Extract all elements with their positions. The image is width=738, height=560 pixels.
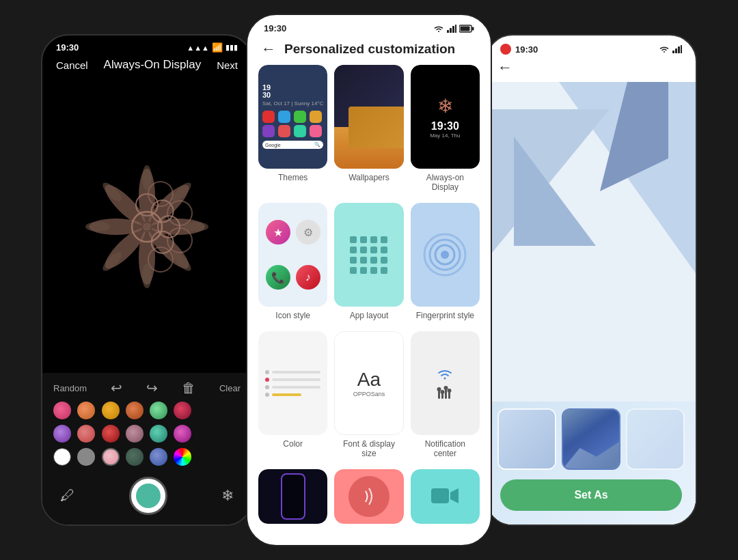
font-aa-label: Aa bbox=[357, 369, 381, 391]
right-wifi-icon bbox=[659, 45, 670, 53]
icon-circle-2: ⚙ bbox=[296, 220, 320, 244]
clear-label[interactable]: Clear bbox=[219, 383, 241, 393]
customization-grid-3: Color Aa OPPOSans Font & displaysize bbox=[258, 331, 480, 458]
color-swatch[interactable] bbox=[198, 425, 216, 443]
ringtone-card[interactable] bbox=[258, 469, 327, 524]
svg-rect-32 bbox=[461, 26, 470, 31]
color-swatch[interactable] bbox=[77, 448, 95, 466]
svg-rect-47 bbox=[672, 51, 674, 53]
color-swatch[interactable] bbox=[77, 425, 95, 443]
color-swatch[interactable] bbox=[198, 448, 216, 466]
fingerprint-rings-icon bbox=[421, 231, 469, 279]
left-phone: 19:30 ▲▲▲ 📶 ▮▮▮ Cancel Always-On Display… bbox=[41, 34, 253, 526]
app-icon bbox=[310, 111, 322, 123]
aod-thumbnail: ❄ 19:30 May 14, Thu bbox=[411, 65, 480, 169]
app-icon bbox=[278, 111, 290, 123]
color-swatch[interactable] bbox=[150, 425, 167, 443]
color-swatch[interactable] bbox=[53, 402, 71, 419]
wallpaper-sound-card[interactable] bbox=[334, 469, 403, 524]
main-content: 1930 Sat, Oct 17 | Sunny 14°C bbox=[247, 65, 491, 545]
redo-button[interactable]: ↪ bbox=[146, 380, 158, 396]
color-swatch[interactable] bbox=[53, 448, 71, 466]
app-icon bbox=[310, 125, 322, 137]
center-nav-row: ← Personalized customization bbox=[247, 38, 491, 65]
color-swatch[interactable] bbox=[126, 402, 144, 419]
aod-time: 19:30 bbox=[431, 120, 459, 132]
video-call-card[interactable] bbox=[411, 469, 480, 524]
preview-card-3[interactable] bbox=[626, 408, 685, 470]
icon-style-card[interactable]: ★ ⚙ 📞 ♪ Icon style bbox=[258, 203, 327, 320]
tools-row: Random ↩ ↪ 🗑 Clear bbox=[53, 380, 241, 396]
center-time: 19:30 bbox=[264, 23, 286, 33]
preview-card-1[interactable] bbox=[497, 408, 556, 470]
svg-rect-49 bbox=[678, 46, 680, 53]
color-swatch[interactable] bbox=[77, 402, 95, 419]
next-button[interactable]: Next bbox=[217, 59, 238, 71]
themes-thumbnail: 1930 Sat, Oct 17 | Sunny 14°C bbox=[258, 65, 327, 169]
color-swatch[interactable] bbox=[150, 402, 167, 419]
fingerprint-card[interactable]: Fingerprint style bbox=[411, 203, 480, 320]
delete-button[interactable]: 🗑 bbox=[182, 380, 195, 396]
color-swatch[interactable] bbox=[102, 425, 120, 443]
record-inner bbox=[136, 484, 161, 508]
bottom-action-row: 🖊 ❄ bbox=[53, 471, 241, 518]
font-name-label: OPPOSans bbox=[353, 391, 385, 397]
color-swatch[interactable] bbox=[126, 448, 144, 466]
font-card[interactable]: Aa OPPOSans Font & displaysize bbox=[334, 331, 403, 458]
sparkle-icon[interactable]: ❄ bbox=[221, 487, 234, 505]
signal-icon bbox=[447, 25, 456, 33]
color-swatch[interactable] bbox=[222, 448, 240, 466]
right-nav-row: ← bbox=[487, 57, 696, 82]
svg-rect-48 bbox=[675, 48, 677, 53]
svg-point-24 bbox=[85, 222, 110, 232]
center-status-icons bbox=[433, 25, 474, 33]
random-label[interactable]: Random bbox=[53, 383, 87, 393]
left-status-bar: 19:30 ▲▲▲ 📶 ▮▮▮ bbox=[42, 36, 251, 55]
brush-icon[interactable]: 🖊 bbox=[60, 487, 75, 505]
wallpaper-sound-thumbnail bbox=[334, 469, 403, 524]
themes-label: Themes bbox=[258, 173, 327, 182]
left-status-icons: ▲▲▲ 📶 ▮▮▮ bbox=[187, 42, 238, 53]
svg-point-20 bbox=[184, 222, 208, 232]
color-swatch[interactable] bbox=[198, 402, 216, 419]
svg-rect-50 bbox=[681, 45, 682, 53]
cancel-button[interactable]: Cancel bbox=[56, 59, 88, 71]
color-swatch[interactable] bbox=[102, 402, 120, 419]
aod-card[interactable]: ❄ 19:30 May 14, Thu Always-onDisplay bbox=[411, 65, 480, 192]
color-swatch[interactable] bbox=[222, 425, 240, 443]
app-layout-card[interactable]: App layout bbox=[334, 203, 403, 320]
color-swatch[interactable] bbox=[174, 425, 191, 443]
notification-label: Notificationcenter bbox=[411, 439, 480, 458]
color-swatch[interactable] bbox=[53, 425, 71, 443]
right-time: 19:30 bbox=[515, 44, 538, 55]
svg-rect-31 bbox=[472, 27, 474, 30]
ringtone-thumbnail bbox=[258, 469, 327, 524]
notification-card[interactable]: Notificationcenter bbox=[411, 331, 480, 458]
color-swatch[interactable] bbox=[222, 402, 240, 419]
camera-icon bbox=[500, 44, 511, 55]
right-back-button[interactable]: ← bbox=[497, 59, 512, 76]
undo-button[interactable]: ↩ bbox=[111, 380, 122, 396]
back-button[interactable]: ← bbox=[261, 40, 276, 58]
right-status-bar: 19:30 bbox=[487, 36, 696, 57]
color-swatch[interactable] bbox=[174, 448, 191, 466]
set-as-button[interactable]: Set As bbox=[500, 479, 682, 511]
left-screen-title: Always-On Display bbox=[104, 58, 202, 72]
canvas-area bbox=[42, 80, 251, 373]
app-icon bbox=[294, 125, 306, 137]
page-title: Personalized customization bbox=[284, 42, 455, 57]
color-swatch[interactable] bbox=[102, 448, 120, 466]
color-card[interactable]: Color bbox=[258, 331, 327, 458]
svg-point-44 bbox=[448, 389, 452, 393]
battery-icon bbox=[459, 25, 474, 33]
record-button[interactable] bbox=[129, 477, 167, 515]
preview-card-2[interactable] bbox=[562, 408, 620, 470]
color-swatch[interactable] bbox=[126, 425, 144, 443]
color-swatch[interactable] bbox=[174, 402, 191, 419]
wallpapers-card[interactable]: Wallpapers bbox=[334, 65, 403, 192]
color-palette bbox=[53, 402, 241, 466]
themes-card[interactable]: 1930 Sat, Oct 17 | Sunny 14°C bbox=[258, 65, 327, 192]
color-swatch[interactable] bbox=[150, 448, 167, 466]
right-phone: 19:30 ← bbox=[485, 34, 697, 526]
fingerprint-label: Fingerprint style bbox=[411, 311, 480, 320]
